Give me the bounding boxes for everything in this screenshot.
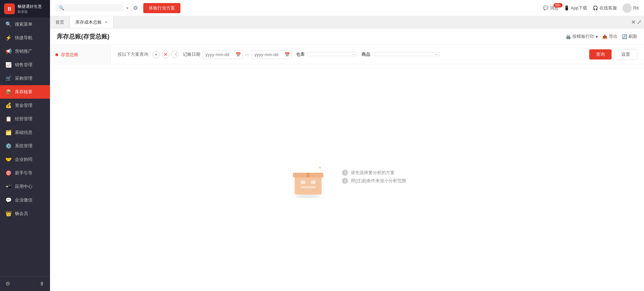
inventory-icon: 📦 (5, 89, 11, 95)
date-label: 记账日期 (183, 51, 200, 57)
print-btn[interactable]: 🖨️ 按模板打印 ▾ (566, 33, 598, 40)
topbar-search-bar[interactable]: 🔍 (55, 4, 123, 12)
online-service-label: 在线客服 (599, 5, 617, 11)
settings-gear-icon[interactable]: ⚙ (5, 281, 10, 287)
warehouse-select[interactable] (307, 52, 357, 56)
sidebar-item-label-wechat: 企业微信 (15, 197, 32, 203)
sidebar-item-marketing[interactable]: 📢 营销推广 (0, 45, 50, 58)
basic-info-icon: 🗂️ (5, 129, 11, 136)
date-end-input[interactable] (251, 50, 292, 59)
user-name: Rit (633, 5, 639, 10)
headset-icon: 🎧 (593, 5, 598, 10)
empty-text: 1 请先选择要分析的方案 2 用[过滤]条件来缩小分析范围 (342, 170, 406, 186)
export-btn[interactable]: 📤 导出 (602, 33, 618, 40)
sidebar-item-guide[interactable]: 🎯 新手引导 (0, 166, 50, 180)
sidebar-item-label-basic-info: 基础信息 (15, 129, 32, 136)
filter-close-btn[interactable]: ✕ (162, 51, 169, 58)
avatar (622, 3, 632, 13)
sidebar-item-label-marketing: 营销推广 (15, 48, 32, 54)
step-1-text: 请先选择要分析的方案 (351, 170, 395, 176)
sidebar-item-wechat[interactable]: 💬 企业微信 (0, 193, 50, 207)
filter-add-btn[interactable]: + (152, 51, 160, 58)
tabbar-resize-icon[interactable]: ⤢ (637, 19, 641, 25)
tab-close-icon[interactable]: ✕ (104, 20, 108, 25)
sidebar-item-app-center[interactable]: 📲 应用中心 (0, 180, 50, 193)
refresh-label: 刷新 (628, 33, 637, 40)
empty-state-content: 1 请先选择要分析的方案 2 用[过滤]条件来缩小分析范围 (288, 161, 406, 195)
sales-icon: 📈 (5, 62, 11, 68)
tab-home[interactable]: 首页 (50, 16, 70, 28)
online-service-btn[interactable]: 🎧 在线客服 (593, 5, 617, 11)
sidebar-item-sales[interactable]: 📈 销售管理 (0, 58, 50, 72)
member-icon: 👑 (5, 211, 11, 217)
collapse-sidebar-icon[interactable]: ⏸ (39, 281, 45, 287)
date-filter-group: 记账日期 📅 — 📅 (183, 50, 292, 59)
sidebar-item-label-operations: 经营管理 (15, 116, 32, 122)
goods-label: 商品 (362, 51, 370, 57)
sidebar-item-system[interactable]: ⚙️ 系统管理 (0, 139, 50, 153)
quick-nav-icon: ⚡ (5, 35, 11, 41)
industry-btn[interactable]: 体验行业方案 (143, 3, 180, 13)
filter-label: 按以下方案查询 (118, 51, 148, 57)
sidebar-item-label-system: 系统管理 (15, 143, 32, 149)
svg-rect-4 (306, 173, 310, 177)
filter-action-btns: + ✕ 《 (152, 51, 179, 58)
user-avatar-btn[interactable]: Rit (622, 3, 639, 13)
warehouse-select-wrap: ··· (307, 52, 357, 57)
sidebar-item-finance[interactable]: 💰 资金管理 (0, 99, 50, 112)
topbar: 🔍 ▾ ⚙ 体验行业方案 💬 消息 99+ 📱 App下载 🎧 在线客服 Rit (50, 0, 644, 16)
system-icon: ⚙️ (5, 143, 11, 149)
sidebar-item-operations[interactable]: 📋 经营管理 (0, 112, 50, 126)
warehouse-label: 仓库 (296, 51, 305, 57)
step-2-text: 用[过滤]条件来缩小分析范围 (351, 178, 406, 184)
goods-select[interactable] (372, 52, 440, 56)
sidebar-item-search[interactable]: 🔍 搜索菜单 (0, 18, 50, 31)
tabbar-close-icon[interactable]: ✕ (631, 19, 636, 25)
message-icon: 💬 (543, 5, 548, 10)
export-label: 导出 (609, 33, 618, 40)
sidebar-item-purchase[interactable]: 🛒 采购管理 (0, 72, 50, 85)
sidebar-item-basic-info[interactable]: 🗂️ 基础信息 (0, 126, 50, 139)
filter-area: 按以下方案查询 + ✕ 《 记账日期 📅 — (111, 45, 644, 65)
filter-settings-btn[interactable]: 设置 (614, 49, 637, 60)
app-center-icon: 📲 (5, 184, 11, 190)
warehouse-filter-group: 仓库 ··· (296, 51, 357, 57)
sidebar-item-label-search: 搜索菜单 (15, 21, 32, 27)
sidebar-item-quick-nav[interactable]: ⚡ 快捷导航 (0, 31, 50, 45)
svg-rect-8 (311, 180, 316, 184)
sidebar-item-member[interactable]: 👑 畅会员 (0, 207, 50, 220)
query-btn[interactable]: 查询 (589, 49, 612, 59)
sidebar-item-label-cooperation: 企业协同 (15, 156, 32, 163)
svg-point-6 (324, 170, 325, 172)
topbar-gear-icon[interactable]: ⚙ (133, 5, 138, 11)
tabbar-right: ✕ ⤢ (631, 19, 644, 25)
operations-icon: 📋 (5, 116, 11, 122)
page-title: 库存总账(存货总账) (57, 32, 109, 41)
app-download-label: App下载 (571, 5, 587, 11)
print-label: 按模板打印 (572, 33, 594, 40)
app-logo: B 畅捷通好生意 标准版 (0, 0, 50, 18)
app-download-btn[interactable]: 📱 App下载 (564, 5, 587, 11)
sidebar-item-inventory[interactable]: 📦 库存核算 (0, 85, 50, 99)
refresh-icon: 🔄 (622, 34, 627, 39)
scheme-dot-icon (55, 53, 58, 56)
cooperation-icon: 🤝 (5, 156, 11, 163)
svg-point-10 (295, 195, 321, 198)
phone-icon: 📱 (564, 5, 569, 10)
page-actions: 🖨️ 按模板打印 ▾ 📤 导出 🔄 刷新 (566, 33, 637, 40)
tab-inventory-ledger[interactable]: 库存成本总账 ✕ (70, 16, 114, 28)
topbar-chevron-icon[interactable]: ▾ (126, 6, 128, 10)
logo-text-wrap: 畅捷通好生意 标准版 (18, 4, 42, 14)
purchase-icon: 🛒 (5, 75, 11, 81)
filter-collapse-btn[interactable]: 《 (171, 51, 179, 58)
topbar-search-icon: 🔍 (59, 5, 64, 10)
scheme-item-label: 存货总账 (61, 52, 78, 58)
app-name: 畅捷通好生意 (18, 4, 42, 9)
sidebar-item-cooperation[interactable]: 🤝 企业协同 (0, 153, 50, 166)
filter-right-btns: 查询 设置 (589, 49, 637, 60)
scheme-item-inventory-ledger[interactable]: 存货总账 (50, 49, 110, 60)
empty-illustration (288, 161, 328, 195)
refresh-btn[interactable]: 🔄 刷新 (622, 33, 637, 40)
date-start-input[interactable] (202, 50, 243, 59)
message-btn[interactable]: 💬 消息 99+ (543, 5, 559, 11)
